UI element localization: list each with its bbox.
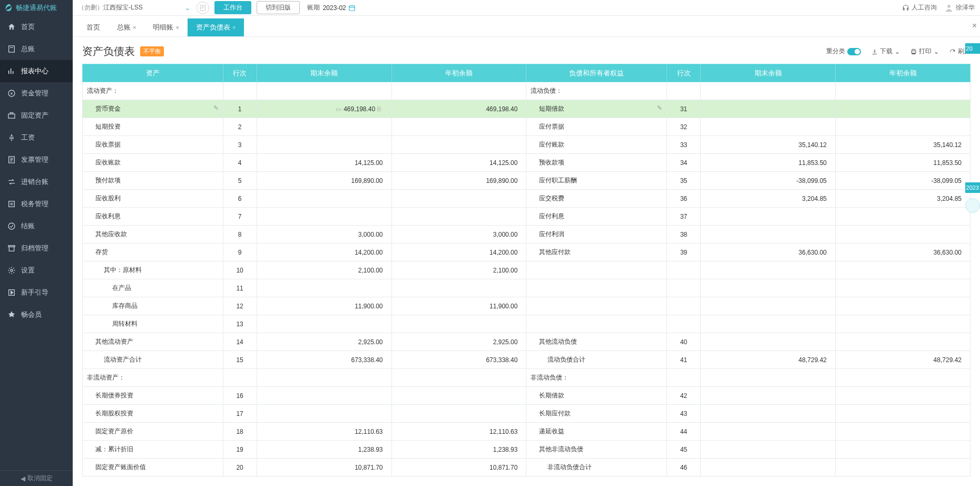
svg-rect-4 [8,114,15,118]
switch-old-button[interactable]: 切到旧版 [257,1,300,14]
table-row: 流动资产：流动负债： [83,82,971,100]
gutter-year-short[interactable]: 20 [965,43,980,54]
close-all-tabs[interactable]: × [972,21,977,31]
toggle-icon [847,48,861,55]
edit-icon[interactable]: ✎ [657,104,662,112]
asset-name-cell[interactable]: 在产品 [83,279,223,297]
liab-name-cell[interactable]: 预收款项 [526,154,667,172]
nav-item-fixed[interactable]: 固定资产 [0,104,73,127]
workbench-button[interactable]: 工作台 [214,1,251,14]
liab-name-cell[interactable]: 其他流动负债 [526,333,667,351]
period-value[interactable]: 2023-02 [323,4,346,12]
begin-balance-cell [836,441,971,459]
asset-name-cell[interactable]: 长期股权投资 [83,405,223,423]
asset-name-cell[interactable]: 其他应收款 [83,226,223,244]
end-balance-cell: 11,853.50 [701,154,836,172]
asset-name-cell[interactable]: 应收账款 [83,154,223,172]
headset-icon [902,4,909,12]
asset-name-cell[interactable]: 库存商品 [83,297,223,315]
liab-name-cell[interactable]: 其他非流动负债 [526,441,667,459]
print-action[interactable]: 打印 ⌄ [910,47,939,56]
tab-close-icon[interactable]: × [232,24,236,31]
support-link[interactable]: 人工咨询 [902,3,937,12]
gutter-year-full[interactable]: 2023 [965,182,980,193]
nav-item-invoice[interactable]: 发票管理 [0,149,73,171]
table-row: 存货914,200.0014,200.00其他应付款3936,630.0036,… [83,244,971,261]
end-balance-cell [701,441,836,459]
nav-item-inout[interactable]: 进销台账 [0,171,73,193]
asset-name-cell[interactable]: 其他流动资产 [83,333,223,351]
end-balance-cell: 3,204.85 [701,190,836,208]
nav-item-funds[interactable]: ¥资金管理 [0,82,73,104]
asset-name-cell[interactable]: 其中：原材料 [83,261,223,279]
nav-item-ledger[interactable]: 总账 [0,38,73,60]
nav-item-close[interactable]: 结账 [0,215,73,237]
liab-name-cell[interactable]: 流动负债合计 [526,351,667,369]
liab-name-cell[interactable]: 长期借款 [526,387,667,405]
nav-item-member[interactable]: 畅会员 [0,304,73,326]
asset-name-cell[interactable]: 存货 [83,244,223,261]
calendar-icon[interactable] [348,4,356,12]
asset-name-cell[interactable]: 长期债券投资 [83,387,223,405]
liab-name-cell[interactable] [526,261,667,279]
liab-name-cell[interactable]: 应交税费 [526,190,667,208]
liab-name-cell[interactable]: 短期借款✎ [526,100,667,118]
asset-name-cell[interactable]: 固定资产账面价值 [83,459,223,477]
nav-item-tax[interactable]: 税务管理 [0,193,73,215]
sidebar-unpin[interactable]: ◀ 取消固定 [0,470,73,486]
detail-icon[interactable]: ▭ [336,105,341,113]
asset-name-cell[interactable]: 固定资产原价 [83,423,223,441]
col-end-r: 期末余额 [701,64,836,82]
nav-item-salary[interactable]: 工资 [0,127,73,149]
tab-总账[interactable]: 总账× [109,18,144,36]
asset-name-cell[interactable]: 应收股利 [83,190,223,208]
nav-item-guide[interactable]: 新手引导 [0,281,73,304]
nav-item-home[interactable]: 首页 [0,16,73,38]
download-action[interactable]: 下载 ⌄ [871,47,900,56]
liab-name-cell[interactable] [526,297,667,315]
liab-name-cell[interactable]: 长期应付款 [526,405,667,423]
asset-name-cell[interactable]: 周转材料 [83,315,223,333]
liab-name-cell[interactable]: 递延收益 [526,423,667,441]
liab-name-cell[interactable]: 非流动负债： [526,369,667,387]
asset-name-cell[interactable]: 货币资金✎ [83,100,223,118]
liab-name-cell[interactable]: 流动负债： [526,82,667,100]
liab-name-cell[interactable]: 应付利息 [526,208,667,226]
liab-name-cell[interactable]: 应付利润 [526,226,667,244]
copy-icon[interactable]: ⎘ [377,105,381,113]
liab-name-cell[interactable] [526,279,667,297]
liab-name-cell[interactable]: 其他应付款 [526,244,667,261]
reclass-action[interactable]: 重分类 [826,47,861,56]
liab-name-cell[interactable]: 应付票据 [526,118,667,136]
liab-name-cell[interactable]: 应付职工薪酬 [526,172,667,190]
asset-name-cell[interactable]: 非流动资产： [83,369,223,387]
begin-balance-cell: 3,000.00 [391,226,526,244]
tab-首页[interactable]: 首页 [78,18,109,36]
asset-name-cell[interactable]: 流动资产合计 [83,351,223,369]
gutter-help-icon[interactable] [965,198,980,213]
nav-item-settings[interactable]: 设置 [0,259,73,281]
tab-明细账[interactable]: 明细账× [144,18,187,36]
liab-name-cell[interactable]: 应付账款 [526,136,667,154]
asset-name-cell[interactable]: 预付款项 [83,172,223,190]
asset-name-cell[interactable]: 流动资产： [83,82,223,100]
company-selector[interactable]: （勿删） 江西报宝-LSS ⌄ [78,3,190,12]
tab-close-icon[interactable]: × [133,24,136,31]
nav-item-archive[interactable]: 归档管理 [0,237,73,259]
asset-name-cell[interactable]: 短期投资 [83,118,223,136]
table-row: 短期投资2应付票据32 [83,118,971,136]
asset-name-cell[interactable]: 减：累计折旧 [83,441,223,459]
row-num-cell: 42 [667,387,701,405]
user-menu[interactable]: 徐泽华 [944,3,975,13]
note-button[interactable] [197,2,209,14]
table-row: 周转材料13 [83,315,971,333]
tab-close-icon[interactable]: × [175,24,179,31]
liab-name-cell[interactable]: 非流动负债合计 [526,459,667,477]
tab-资产负债表[interactable]: 资产负债表× [188,18,244,36]
asset-name-cell[interactable]: 应收票据 [83,136,223,154]
nav-item-report[interactable]: 报表中心 [0,60,73,82]
begin-balance-cell [391,387,526,405]
asset-name-cell[interactable]: 应收利息 [83,208,223,226]
edit-icon[interactable]: ✎ [213,104,219,112]
liab-name-cell[interactable] [526,315,667,333]
